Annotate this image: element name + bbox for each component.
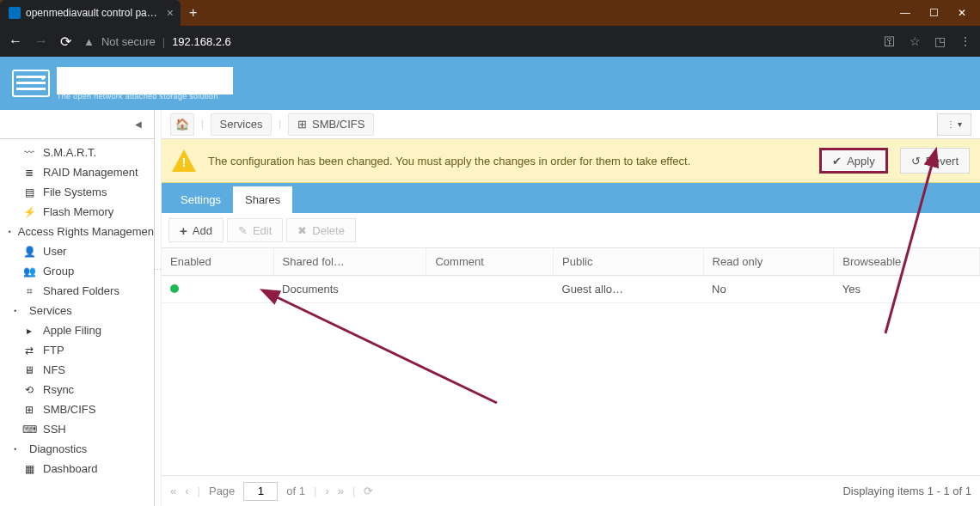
apple-icon: ▸ <box>22 325 36 337</box>
sidebar-item[interactable]: 👤User <box>0 241 154 261</box>
sidebar-collapse-button[interactable]: ◀ <box>0 110 154 139</box>
logo-icon <box>12 70 50 97</box>
tab-title: openmediavault control panel - <box>26 7 162 19</box>
splitter-handle[interactable]: ⋮ <box>155 110 162 506</box>
column-header[interactable]: Comment <box>426 248 554 276</box>
reload-button[interactable]: ⟳ <box>60 34 71 50</box>
breadcrumb-label: SMB/CIFS <box>312 118 364 131</box>
minimize-button[interactable]: — <box>900 7 910 19</box>
undo-icon: ↺ <box>911 155 921 168</box>
breadcrumb-sep-icon: | <box>201 119 204 129</box>
cat-icon: ▪ <box>9 445 22 453</box>
next-page-button[interactable]: › <box>325 485 328 497</box>
column-header[interactable]: Browseable <box>834 248 980 276</box>
breadcrumb-services[interactable]: Services <box>211 113 273 136</box>
forward-button[interactable]: → <box>34 34 48 49</box>
url-box[interactable]: ▲ Not secure | 192.168.2.6 <box>83 35 872 48</box>
edit-button[interactable]: ✎Edit <box>227 218 283 242</box>
revert-label: Revert <box>926 155 959 168</box>
shares-grid: EnabledShared fol…CommentPublicRead only… <box>162 248 980 475</box>
sidebar-item[interactable]: ⌗Shared Folders <box>0 281 154 301</box>
sidebar-item-label: FTP <box>43 344 64 357</box>
dash-icon: ▦ <box>22 463 36 475</box>
plus-icon: + <box>180 223 187 238</box>
tab-shares[interactable]: Shares <box>233 186 292 213</box>
key-icon[interactable]: ⚿ <box>884 34 896 48</box>
sidebar-item[interactable]: ⌨SSH <box>0 419 154 439</box>
sidebar: ◀ 〰S.M.A.R.T.≣RAID Management▤File Syste… <box>0 110 155 506</box>
browser-tab[interactable]: openmediavault control panel - × <box>0 0 181 26</box>
add-button[interactable]: +Add <box>168 218 224 242</box>
security-label: Not secure <box>101 35 156 48</box>
table-cell: No <box>703 276 834 303</box>
revert-button[interactable]: ↺Revert <box>900 148 970 174</box>
sidebar-item[interactable]: ⟲Rsync <box>0 380 154 399</box>
prev-page-button[interactable]: ‹ <box>185 485 188 497</box>
address-bar: ← → ⟳ ▲ Not secure | 192.168.2.6 ⚿ ☆ ◳ ⋮ <box>0 26 980 57</box>
close-window-button[interactable]: ✕ <box>958 7 966 19</box>
sidebar-item-label: Diagnostics <box>29 442 87 455</box>
sidebar-item[interactable]: ▪Diagnostics <box>0 439 154 459</box>
first-page-button[interactable]: « <box>170 485 176 497</box>
sidebar-item[interactable]: 🖥NFS <box>0 360 154 380</box>
svg-line-0 <box>273 296 497 403</box>
page-input[interactable] <box>243 482 278 501</box>
config-changed-alert: The configuration has been changed. You … <box>162 139 980 183</box>
table-row[interactable]: DocumentsGuest allo…NoYes <box>162 276 980 303</box>
sidebar-item-label: Access Rights Management <box>18 225 154 238</box>
sidebar-item-label: Shared Folders <box>43 284 119 297</box>
table-cell: Yes <box>834 276 980 303</box>
user-icon: 👤 <box>22 246 36 258</box>
sidebar-item[interactable]: 👥Group <box>0 261 154 281</box>
x-icon: ✖ <box>297 224 307 237</box>
panel-menu-button[interactable]: ⋮▾ <box>937 113 971 136</box>
window-controls: — ☐ ✕ <box>900 7 980 19</box>
breadcrumb-bar: 🏠 | Services | ⊞SMB/CIFS ⋮▾ <box>162 110 980 139</box>
back-button[interactable]: ← <box>9 34 22 49</box>
tab-settings[interactable]: Settings <box>168 186 233 213</box>
table-cell: Documents <box>273 276 426 303</box>
pencil-icon: ✎ <box>238 224 248 237</box>
delete-label: Delete <box>312 224 345 237</box>
table-cell: Guest allo… <box>554 276 704 303</box>
sidebar-item-label: User <box>43 245 66 258</box>
sidebar-item-label: S.M.A.R.T. <box>43 146 96 159</box>
sidebar-item[interactable]: ▤File Systems <box>0 182 154 202</box>
column-header[interactable]: Enabled <box>162 248 273 276</box>
flash-icon: ⚡ <box>22 206 36 218</box>
last-page-button[interactable]: » <box>338 485 344 497</box>
maximize-button[interactable]: ☐ <box>929 7 939 19</box>
sidebar-item[interactable]: ▪Services <box>0 301 154 320</box>
sidebar-item[interactable]: ⚡Flash Memory <box>0 202 154 222</box>
url-separator: | <box>162 35 165 48</box>
sidebar-item[interactable]: ▸Apple Filing <box>0 320 154 340</box>
sidebar-item[interactable]: 〰S.M.A.R.T. <box>0 143 154 162</box>
brand-name: openmediavault <box>57 67 233 94</box>
refresh-button[interactable]: ⟳ <box>364 485 373 497</box>
extensions-icon[interactable]: ◳ <box>934 34 946 48</box>
column-header[interactable]: Public <box>554 248 704 276</box>
new-tab-button[interactable]: + <box>181 5 205 21</box>
sidebar-item-label: Apple Filing <box>43 324 101 337</box>
sidebar-item[interactable]: ⇄FTP <box>0 340 154 360</box>
close-tab-icon[interactable]: × <box>167 6 174 20</box>
sidebar-item[interactable]: ≣RAID Management <box>0 162 154 182</box>
sidebar-item[interactable]: ▦Dashboard <box>0 459 154 479</box>
warning-icon <box>172 149 196 172</box>
column-header[interactable]: Shared fol… <box>273 248 426 276</box>
column-header[interactable]: Read only <box>703 248 834 276</box>
apply-button[interactable]: ✔Apply <box>819 148 888 174</box>
window-title-bar: openmediavault control panel - × + — ☐ ✕ <box>0 0 980 26</box>
table-body: DocumentsGuest allo…NoYes <box>162 276 980 303</box>
breadcrumb-sep-icon: | <box>279 119 281 129</box>
page-of-label: of 1 <box>286 485 305 497</box>
table-cell <box>162 276 273 303</box>
sidebar-item[interactable]: ⊞SMB/CIFS <box>0 399 154 419</box>
bookmark-icon[interactable]: ☆ <box>910 34 921 48</box>
sidebar-item-label: SMB/CIFS <box>43 403 95 416</box>
breadcrumb-home[interactable]: 🏠 <box>170 113 194 136</box>
sidebar-item[interactable]: ▪Access Rights Management <box>0 222 154 241</box>
breadcrumb-smb[interactable]: ⊞SMB/CIFS <box>288 113 374 136</box>
delete-button[interactable]: ✖Delete <box>286 218 356 242</box>
menu-icon[interactable]: ⋮ <box>959 34 971 48</box>
